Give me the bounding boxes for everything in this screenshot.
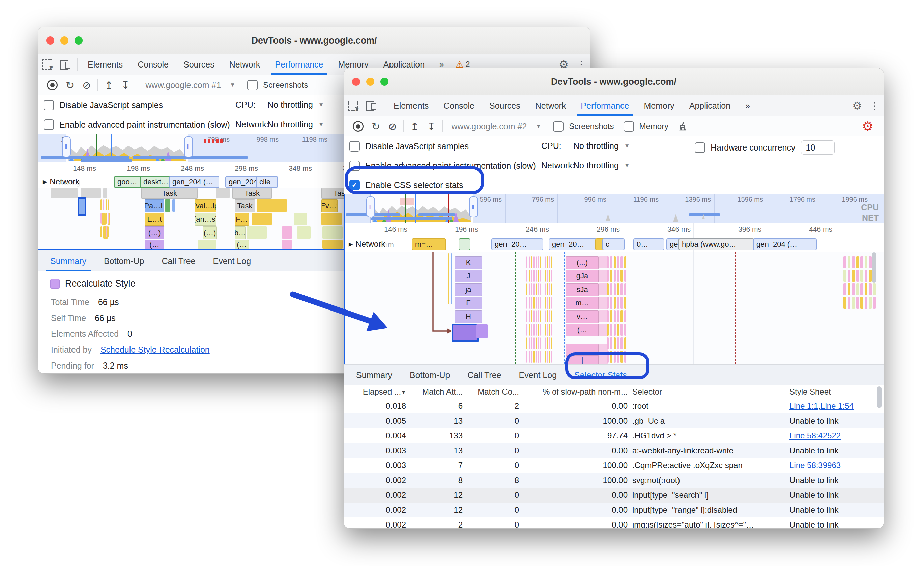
tab-console[interactable]: Console (130, 54, 176, 75)
flame-micro-segment[interactable] (610, 283, 612, 295)
flame-micro-segment[interactable] (610, 337, 612, 349)
tab-sources[interactable]: Sources (176, 54, 222, 75)
flame-micro-segment[interactable] (869, 297, 872, 309)
flame-micro-segment[interactable] (540, 256, 541, 268)
flame-segment[interactable]: Task (235, 199, 255, 212)
flame-css-frame[interactable]: (...) (566, 256, 598, 269)
flame-micro-segment[interactable] (529, 256, 530, 268)
disable-javascript-samples-checkbox[interactable] (44, 100, 54, 110)
flame-micro-segment[interactable] (848, 283, 851, 295)
flame-micro-segment[interactable] (526, 269, 527, 282)
flame-micro-segment[interactable] (551, 283, 552, 295)
table-row[interactable]: 0.004133097.74.HG1dvd > *Line 58:42522 (344, 428, 884, 444)
clear-recording-icon[interactable]: ⊘ (78, 79, 95, 91)
flame-micro-segment[interactable] (531, 324, 532, 336)
enable-advanced-paint-instrumentation-slow-checkbox[interactable] (44, 119, 54, 130)
timeline-overview[interactable]: 96 ms396 ms596 ms796 ms996 ms1196 ms1396… (344, 194, 884, 223)
flame-js-frame[interactable]: F (455, 297, 482, 310)
details-tab-call-tree[interactable]: Call Tree (459, 364, 510, 385)
close-button[interactable] (352, 78, 360, 86)
flame-micro-segment[interactable] (607, 256, 609, 268)
hardware-concurrency-row[interactable]: Hardware concurrency10 (694, 140, 835, 155)
table-row[interactable]: 0.005130100.00.gb_Uc aUnable to link (344, 414, 884, 429)
flame-micro-segment[interactable] (852, 297, 855, 309)
more-tabs-chevron[interactable]: » (738, 95, 758, 116)
flame-micro-segment[interactable] (607, 337, 609, 349)
flame-micro-segment[interactable] (621, 351, 622, 363)
flame-micro-segment[interactable] (852, 283, 855, 295)
flame-micro-segment[interactable] (534, 256, 534, 268)
overview-left-handle[interactable]: ‖ (62, 136, 71, 157)
flame-micro-segment[interactable] (531, 283, 532, 295)
flame-micro-segment[interactable] (860, 256, 863, 268)
table-row[interactable]: 0.0021200.00input[type="range" i]:disabl… (344, 503, 884, 518)
flame-micro-segment[interactable] (860, 297, 863, 309)
flame-micro-segment[interactable] (526, 337, 527, 349)
flame-micro-segment[interactable] (538, 269, 539, 282)
flame-css-frame[interactable]: gJa (566, 269, 598, 283)
flame-micro-segment[interactable] (848, 269, 851, 282)
flame-micro-segment[interactable] (873, 283, 876, 295)
reload-and-record-icon[interactable]: ↻ (62, 79, 78, 91)
minimize-button[interactable] (60, 36, 69, 45)
flame-micro-segment[interactable] (108, 213, 110, 224)
flame-micro-segment[interactable] (547, 297, 548, 309)
flame-micro-segment[interactable] (544, 351, 546, 363)
screenshots-checkbox[interactable] (247, 80, 258, 90)
flame-micro-segment[interactable] (531, 269, 532, 282)
device-toolbar-icon[interactable] (362, 101, 380, 110)
hardware-concurrency-input[interactable]: 10 (801, 140, 835, 155)
flame-micro-segment[interactable] (551, 337, 552, 349)
flame-micro-segment[interactable] (617, 337, 619, 349)
flame-micro-segment[interactable] (865, 297, 868, 309)
flame-micro-segment[interactable] (624, 283, 626, 295)
flame-micro-segment[interactable] (526, 310, 527, 322)
network-request[interactable]: gen_20… (491, 238, 543, 250)
network-track-label[interactable]: ▶Network (39, 176, 82, 187)
flame-micro-segment[interactable] (534, 324, 534, 336)
table-header-style-sheet[interactable]: Style Sheet (785, 385, 884, 399)
flame-micro-segment[interactable] (610, 310, 612, 322)
device-toolbar-icon[interactable] (56, 60, 75, 69)
flame-micro-segment[interactable] (865, 269, 868, 282)
flame-micro-segment[interactable] (860, 269, 863, 282)
flame-micro-segment[interactable] (544, 324, 546, 336)
setting-checkbox-row[interactable]: Disable JavaScript samples (350, 141, 469, 152)
flame-micro-segment[interactable] (536, 269, 537, 282)
flame-micro-segment[interactable] (617, 256, 619, 268)
flame-micro-segment[interactable] (549, 297, 550, 309)
flame-micro-segment[interactable] (848, 256, 851, 268)
network-request[interactable]: gen_204 (… (753, 238, 817, 250)
flame-micro-segment[interactable] (540, 337, 541, 349)
flame-micro-segment[interactable] (865, 256, 868, 268)
flame-segment[interactable] (322, 226, 343, 239)
flame-js-frame[interactable]: K (455, 256, 482, 269)
flame-micro-segment[interactable] (108, 199, 110, 210)
flame-micro-segment[interactable] (549, 351, 550, 363)
table-scrollbar[interactable] (877, 387, 882, 408)
flame-micro-segment[interactable] (624, 310, 626, 322)
upload-profile-icon[interactable]: ↥ (406, 120, 423, 132)
throttle-select[interactable]: No throttling▼ (573, 161, 630, 170)
screenshots-checkbox[interactable] (553, 121, 564, 132)
flame-segment[interactable]: Task (141, 188, 198, 199)
flame-micro-segment[interactable] (610, 297, 612, 309)
reload-and-record-icon[interactable]: ↻ (368, 120, 384, 132)
flame-micro-segment[interactable] (549, 256, 550, 268)
zoom-button[interactable] (75, 36, 82, 45)
flame-micro-segment[interactable] (610, 256, 612, 268)
flame-micro-segment[interactable] (108, 226, 110, 237)
flame-micro-segment[interactable] (540, 324, 541, 336)
screenshots-checkbox-row[interactable]: Screenshots (247, 80, 308, 90)
flame-micro-segment[interactable] (547, 283, 548, 295)
flame-micro-segment[interactable] (614, 283, 616, 295)
tab-network[interactable]: Network (222, 54, 268, 75)
flame-segment[interactable]: Eval…ipt (195, 199, 216, 212)
flame-micro-segment[interactable] (100, 226, 102, 237)
flame-micro-segment[interactable] (534, 297, 534, 309)
flame-micro-segment[interactable] (607, 297, 609, 309)
flame-micro-segment[interactable] (105, 226, 107, 237)
record-button[interactable] (47, 80, 58, 90)
flame-micro-segment[interactable] (614, 297, 616, 309)
network-request[interactable]: clie (256, 176, 278, 188)
